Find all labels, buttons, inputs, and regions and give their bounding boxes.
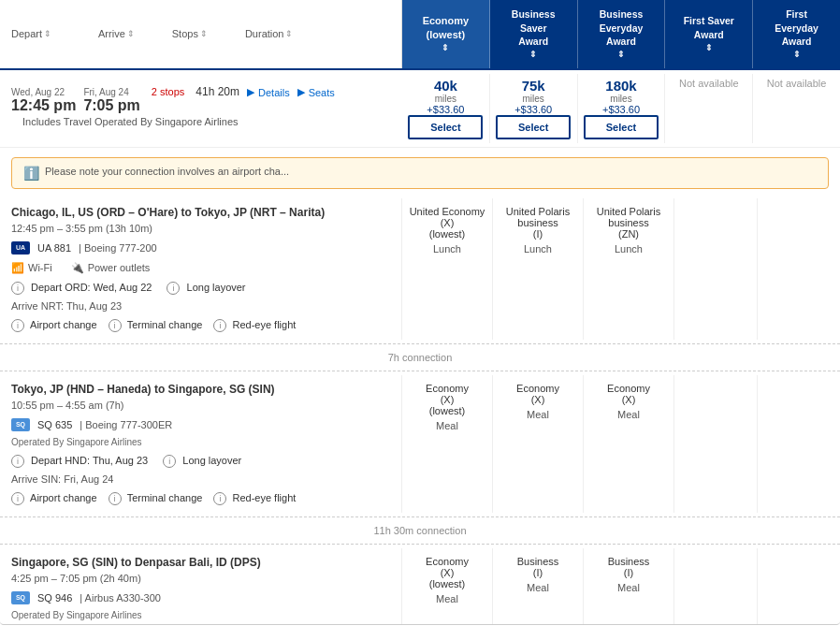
business-everyday-price-cell: 180k miles +$33.60 Select: [578, 74, 666, 143]
includes-text: Includes Travel Operated By Singapore Ai…: [11, 114, 391, 131]
seg1-fare-first-everyday: [758, 198, 840, 340]
depart-sort-icon: ⇕: [44, 29, 51, 38]
power-icon: 🔌: [71, 262, 84, 274]
depart-sort[interactable]: Depart ⇕: [11, 28, 51, 39]
flight-summary-left: Wed, Aug 22 12:45 pm Fri, Aug 24 7:05 pm…: [0, 81, 402, 135]
business-saver-select-button[interactable]: Select: [496, 115, 571, 139]
seg2-fare-economy: Economy (X) (lowest) Meal: [402, 375, 493, 513]
economy-miles: 40k: [406, 78, 485, 94]
business-saver-fee: +$33.60: [494, 104, 573, 115]
seg1-fare-business-saver: United Polaris business (I) Lunch: [493, 198, 584, 340]
duration-label: Duration: [245, 28, 284, 39]
flight-duration: 41h 20m: [196, 85, 239, 98]
warning-icon: ℹ️: [23, 166, 39, 181]
depart-info-icon: i: [11, 282, 24, 295]
connection-2-divider: 11h 30m connection: [0, 516, 840, 545]
seg2-notice-terminal: i Terminal change: [109, 492, 203, 505]
stops-count: 2 stops: [152, 86, 184, 97]
connection-1-divider: 7h connection: [0, 343, 840, 371]
seg3-fare-economy: Economy (X) (lowest) Meal: [402, 548, 493, 624]
business-saver-miles: 75k: [494, 78, 573, 94]
seg2-fare-business-saver: Economy (X) Meal: [493, 375, 584, 513]
business-saver-header: Business Saver Award ⇕: [490, 0, 578, 68]
stops-label: Stops: [172, 28, 198, 39]
depart-date: Wed, Aug 22: [11, 87, 76, 97]
seg1-long-layover: i Long layover: [167, 282, 245, 295]
arrive-date: Fri, Aug 24: [83, 87, 139, 97]
seg3-fare-business-everyday: Business (I) Meal: [584, 548, 674, 624]
seg2-arrive-info: Arrive SIN: Fri, Aug 24: [0, 472, 401, 488]
business-everyday-miles: 180k: [582, 78, 661, 94]
details-button[interactable]: ▶ Details: [247, 86, 290, 98]
first-everyday-not-available: Not available: [757, 78, 836, 89]
segment-2: Tokyo, JP (HND – Haneda) to Singapore, S…: [0, 375, 840, 513]
duration-sort-icon: ⇕: [285, 29, 293, 38]
pricing-row: 40k miles +$33.60 Select 75k miles +$33.…: [402, 74, 840, 143]
seg2-route: Tokyo, JP (HND – Haneda) to Singapore, S…: [0, 375, 401, 398]
seg1-notice-redeye: i Red-eye flight: [213, 319, 296, 332]
business-saver-price-cell: 75k miles +$33.60 Select: [490, 74, 578, 143]
seg1-fare-business-everyday: United Polaris business (ZN) Lunch: [584, 198, 674, 340]
wifi-icon: 📶: [11, 262, 24, 274]
seg3-operated-by: Operated By Singapore Airlines: [0, 608, 401, 624]
business-everyday-miles-label: miles: [582, 94, 661, 104]
ua-logo-icon: UA: [11, 241, 30, 255]
seg1-time: 12:45 pm – 3:55 pm (13h 10m): [0, 221, 401, 238]
stops-sort-icon: ⇕: [200, 29, 208, 38]
seg2-long-layover: i Long layover: [163, 455, 241, 468]
expand-arrow-icon: ▶: [247, 86, 254, 98]
seg2-fare-business-everyday: Economy (X) Meal: [584, 375, 674, 513]
seg2-time: 10:55 pm – 4:55 am (7h): [0, 398, 401, 415]
seg1-notice-airport: i Airport change: [11, 319, 97, 332]
seats-arrow-icon: ▶: [297, 86, 305, 98]
seg3-fare-first-everyday: [758, 548, 840, 624]
seg1-notice-terminal: i Terminal change: [109, 319, 203, 332]
seg2-depart-info-icon: i: [11, 455, 24, 468]
seg1-flight-number-row: UA UA 881 | Boeing 777-200: [0, 238, 401, 258]
sort-header-area: Depart ⇕ Arrive ⇕ Stops ⇕ Duration ⇕: [0, 0, 402, 68]
seg3-flight-number-row: SQ SQ 946 | Airbus A330-300: [0, 588, 401, 608]
seg2-airport-change-icon: i: [11, 492, 24, 505]
arrive-sort[interactable]: Arrive ⇕: [98, 28, 135, 39]
first-everyday-price-cell: Not available: [753, 74, 840, 143]
segment-1: Chicago, IL, US (ORD – O'Hare) to Tokyo,…: [0, 198, 840, 340]
seg1-amenities: 📶 Wi-Fi 🔌 Power outlets: [0, 258, 401, 278]
first-saver-price-cell: Not available: [665, 74, 753, 143]
seg1-fare-first-saver: [674, 198, 758, 340]
arrive-label: Arrive: [98, 28, 125, 39]
seg2-flight-number-row: SQ SQ 635 | Boeing 777-300ER: [0, 415, 401, 435]
arrive-sort-icon: ⇕: [127, 29, 135, 38]
seg1-fare-economy: United Economy (X) (lowest) Lunch: [402, 198, 493, 340]
stops-sort[interactable]: Stops ⇕: [172, 28, 208, 39]
seg2-layover-icon: i: [163, 455, 176, 468]
economy-header: Economy (lowest) ⇕: [402, 0, 490, 68]
duration-sort[interactable]: Duration ⇕: [245, 28, 294, 39]
sq-logo-2-icon: SQ: [11, 591, 30, 604]
seg2-redeye-icon: i: [213, 492, 226, 505]
seats-label: Seats: [309, 87, 335, 98]
award-headers: Economy (lowest) ⇕ Business Saver Award …: [402, 0, 840, 68]
terminal-change-icon: i: [109, 319, 122, 332]
first-saver-header: First Saver Award ⇕: [665, 0, 753, 68]
economy-price-cell: 40k miles +$33.60 Select: [402, 74, 490, 143]
seg2-operated-by: Operated By Singapore Airlines: [0, 435, 401, 451]
business-everyday-select-button[interactable]: Select: [584, 115, 659, 139]
warning-text: Please note your connection involves an …: [45, 166, 289, 177]
depart-time: 12:45 pm: [11, 97, 76, 114]
seg2-fare-first-saver: [674, 375, 758, 513]
seg1-route: Chicago, IL, US (ORD – O'Hare) to Tokyo,…: [0, 198, 401, 221]
first-saver-not-available: Not available: [669, 78, 748, 89]
seats-button[interactable]: ▶ Seats: [297, 86, 335, 98]
seg2-notice-airport: i Airport change: [11, 492, 97, 505]
arrive-time: 7:05 pm: [83, 97, 139, 114]
seg2-notice-redeye: i Red-eye flight: [213, 492, 296, 505]
economy-select-button[interactable]: Select: [408, 115, 483, 139]
seg1-arrive-info: Arrive NRT: Thu, Aug 23: [0, 298, 401, 315]
airport-change-icon: i: [11, 319, 24, 332]
seg3-fare-business-saver: Business (I) Meal: [493, 548, 584, 624]
layover-info-icon: i: [167, 282, 180, 295]
power-amenity: 🔌 Power outlets: [71, 262, 151, 274]
business-everyday-fee: +$33.60: [582, 104, 661, 115]
business-saver-miles-label: miles: [494, 94, 573, 104]
warning-box: ℹ️ Please note your connection involves …: [11, 157, 829, 189]
